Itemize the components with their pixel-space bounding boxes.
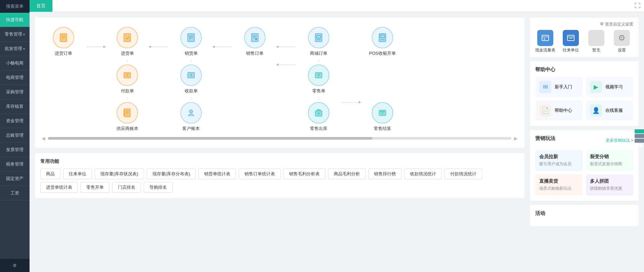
- func-btn-stock1[interactable]: 现存量(库存状况表): [95, 169, 144, 179]
- v-arrow-payment: ↓: [105, 94, 149, 102]
- sidebar-item-invoice[interactable]: 发票管理: [0, 143, 30, 157]
- activity-card: 活动: [530, 205, 639, 226]
- main-area: 首页 ⛶: [30, 0, 644, 272]
- func-btn-store-rank[interactable]: 门店排名: [112, 182, 141, 193]
- func-btn-purchase-stat[interactable]: 进货单统计表: [40, 182, 78, 193]
- svg-rect-39: [542, 35, 549, 41]
- sidebar-item-label: 批发管理: [5, 46, 22, 52]
- member-sub: 吸引用户成为会员: [539, 161, 579, 167]
- supplier-ledger-label: 供应商账本: [117, 126, 138, 132]
- flow-node-pos: POS收银开单: [361, 27, 404, 56]
- service-label: 在线客服: [605, 107, 623, 114]
- scroll-indicator: ◀ ▶: [42, 136, 518, 141]
- sidebar-item-salary[interactable]: 工资: [0, 186, 30, 200]
- flow-scroll[interactable]: 进货订单: [42, 27, 518, 141]
- connector-4: [277, 47, 297, 56]
- supplier-ledger-icon: [117, 102, 138, 124]
- activity-title: 活动: [535, 210, 633, 217]
- v-connectors-row: ↓ ↓ ↓: [42, 56, 518, 64]
- partner-icon: [563, 30, 579, 46]
- beginner-icon: ✉: [539, 81, 551, 93]
- tab-home[interactable]: 首页: [30, 0, 53, 12]
- flow-row-1: 进货订单: [42, 27, 518, 56]
- float-btn-desktop[interactable]: 桌面快捷: [635, 139, 644, 143]
- sidebar-search[interactable]: 搜索菜单: [0, 0, 30, 13]
- sidebar-item-quicknav[interactable]: 快捷导航: [0, 13, 30, 27]
- sidebar-item-inventory[interactable]: 库存核算: [0, 99, 30, 114]
- common-functions-card: 常用功能 商品 往来单位 现存量(库存状况表) 现存量(库存分布表) 销货单统计…: [35, 153, 524, 198]
- connector-retail-out: [340, 102, 361, 112]
- quick-items: 现金流量表 往来单位 暂: [535, 30, 633, 53]
- quick-settings-label[interactable]: 首页自定义设置: [605, 21, 633, 27]
- func-btn-sales-order-stat[interactable]: 销售订单统计表: [239, 169, 281, 179]
- flow-wrapper: 进货订单: [42, 27, 518, 132]
- cashflow-label: 现金流量表: [535, 47, 555, 53]
- live-sub: 场景式购物新玩法: [539, 186, 579, 191]
- func-btn-goods-profit[interactable]: 商品毛利分析: [328, 169, 366, 179]
- content-area: 进货订单: [30, 12, 644, 272]
- scroll-track[interactable]: [48, 137, 511, 140]
- help-item-video[interactable]: ▶ 视频学习: [586, 77, 633, 97]
- help-item-service[interactable]: 👤 在线客服: [586, 100, 633, 121]
- sales-order-label: 销售订单: [246, 50, 264, 56]
- func-btn-sales-rank[interactable]: 销售排行榜: [368, 169, 402, 179]
- more-marketing-link[interactable]: 更多营销玩法 >: [606, 138, 633, 143]
- live-title: 直播卖货: [539, 178, 579, 184]
- quick-item-none[interactable]: 暂无: [586, 30, 606, 53]
- sidebar-item-retail[interactable]: 零售管理 ▾: [0, 27, 30, 42]
- svg-point-19: [382, 39, 383, 40]
- pos-icon: [372, 27, 393, 48]
- func-btn-partner[interactable]: 往来单位: [63, 169, 92, 179]
- flow-node-sales-order: 销售订单: [233, 27, 277, 56]
- customer-ledger-label: 客户账本: [182, 126, 200, 132]
- func-btn-stock2[interactable]: 现存量(库存分布表): [147, 169, 196, 179]
- help-item-beginner[interactable]: ✉ 新手入门: [535, 77, 583, 97]
- sidebar-settings-button[interactable]: ⚙: [0, 259, 30, 272]
- quick-item-settings[interactable]: ⚙ 设置: [612, 30, 632, 53]
- marketing-item-fission[interactable]: 裂变分销 裂变式发展分销商: [586, 150, 633, 171]
- sidebar-item-ledger[interactable]: 总账管理: [0, 128, 30, 143]
- group-title: 多人拼团: [590, 178, 629, 184]
- sidebar-item-tax[interactable]: 税务管理: [0, 157, 30, 172]
- scroll-right-btn[interactable]: ▶: [514, 136, 518, 141]
- marketing-item-live[interactable]: 直播卖货 场景式购物新玩法: [535, 174, 583, 195]
- sidebar-item-purchase[interactable]: 采购管理: [0, 85, 30, 99]
- sidebar-item-wholesale[interactable]: 批发管理 ▾: [0, 42, 30, 56]
- quick-item-partner[interactable]: 往来单位: [561, 30, 581, 53]
- flow-node-customer-ledger: 客户账本: [169, 102, 213, 132]
- expand-icon[interactable]: ⛶: [631, 0, 644, 12]
- func-btn-retail-open[interactable]: 零售开单: [81, 182, 109, 193]
- scroll-left-btn[interactable]: ◀: [42, 136, 45, 141]
- common-functions-title: 常用功能: [40, 158, 519, 165]
- settings-label: 设置: [618, 47, 626, 53]
- retail-icon: ¥: [308, 64, 329, 86]
- retail-out-label: 零售出库: [310, 126, 327, 132]
- purchase-icon: [117, 27, 138, 48]
- func-btn-payment-stat[interactable]: 付款情况统计: [445, 169, 482, 179]
- float-btn-community[interactable]: 服务社区: [635, 134, 644, 138]
- func-btn-receipt-stat[interactable]: 收款情况统计: [404, 169, 442, 179]
- marketing-item-member[interactable]: 会员拉新 吸引用户成为会员: [535, 150, 583, 171]
- sidebar-item-ecommerce[interactable]: 电商管理: [0, 71, 30, 85]
- purchase-order-icon: [53, 27, 74, 48]
- none-icon: [588, 30, 604, 46]
- marketing-item-group[interactable]: 多人拼团 拼团购物享受优惠: [586, 174, 633, 195]
- func-btn-sales-profit[interactable]: 销售毛利分析表: [283, 169, 325, 179]
- cashflow-icon: [537, 30, 553, 46]
- sidebar-item-finance[interactable]: 资金管理: [0, 114, 30, 128]
- quick-item-cashflow[interactable]: 现金流量表: [535, 30, 555, 53]
- func-btn-goods[interactable]: 商品: [40, 169, 60, 179]
- connector-5: [340, 47, 361, 56]
- purchase-label: 进货单: [121, 50, 134, 56]
- flow-node-supplier-ledger: 供应商账本: [105, 102, 149, 132]
- svg-rect-31: [124, 109, 125, 116]
- float-btn-service[interactable]: 客服热线: [635, 129, 644, 133]
- func-btn-sales-stat[interactable]: 销货单统计表: [198, 169, 236, 179]
- sidebar-item-assets[interactable]: 固定资产: [0, 172, 30, 186]
- help-center-title: 帮助中心: [535, 66, 633, 73]
- sidebar-item-xiaochang[interactable]: 小畅电商: [0, 56, 30, 71]
- func-btn-guide-rank[interactable]: 导购排名: [144, 182, 173, 193]
- v-connectors-row2: ↓ ↓ ↓: [42, 94, 518, 102]
- help-item-help[interactable]: 📄 帮助中心: [535, 100, 583, 121]
- v-arrow-down-receipt: ↓: [190, 94, 192, 102]
